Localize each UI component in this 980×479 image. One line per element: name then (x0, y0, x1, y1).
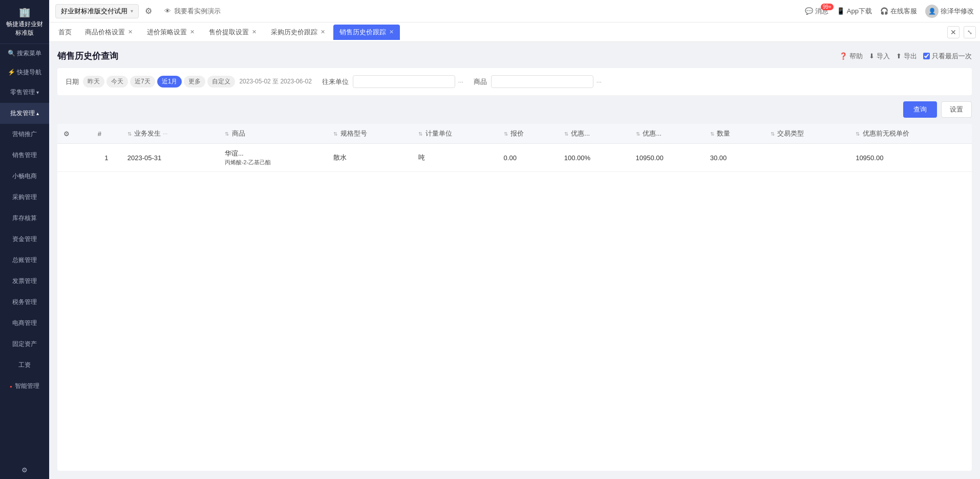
sidebar-item-ecommerce[interactable]: 电商管理 (0, 313, 49, 334)
sidebar-item-smart[interactable]: ● 智能管理 (0, 376, 49, 397)
col-discount-pct[interactable]: ⇅ 优惠... (558, 124, 630, 144)
sidebar-item-retail[interactable]: 零售管理 ▾ (0, 82, 49, 103)
sidebar-item-wholesale-label: 批发管理 (10, 110, 35, 117)
col-quantity-label: 数量 (717, 129, 730, 137)
partner-more-btn[interactable]: ··· (458, 78, 463, 85)
col-pretax-price-label: 优惠前无税单价 (863, 129, 909, 137)
product-more-btn[interactable]: ··· (596, 78, 602, 85)
tab-sell-extract[interactable]: 售价提取设置 ✕ (203, 25, 263, 40)
partner-filter-label: 往来单位 (322, 77, 349, 86)
sort-icon-unit: ⇅ (418, 131, 422, 137)
sidebar-item-retail-label: 零售管理 (10, 89, 35, 96)
date-btn-today[interactable]: 今天 (106, 76, 128, 88)
query-btn[interactable]: 查询 (903, 101, 937, 118)
product-selector[interactable]: 好业财标准版交付试用 ▾ (55, 4, 139, 18)
sidebar-quicknav[interactable]: ⚡ 快捷导航 (0, 63, 49, 82)
sidebar-item-wholesale[interactable]: 批发管理 ▴ (0, 103, 49, 124)
last-only-checkbox[interactable] (923, 53, 930, 59)
app-download-label: App下载 (847, 7, 872, 16)
tab-sales-history[interactable]: 销售历史价跟踪 ✕ (333, 25, 400, 40)
app-download-btn[interactable]: 📱 App下载 (837, 7, 872, 16)
col-price[interactable]: ⇅ 报价 (498, 124, 558, 144)
demo-btn[interactable]: 👁 我要看实例演示 (164, 7, 221, 16)
sidebar-item-purchase[interactable]: 采购管理 (0, 187, 49, 208)
window-maximize-btn[interactable]: ⤡ (964, 26, 976, 38)
logo-text-line1: 畅捷通好业财 (4, 20, 45, 29)
sidebar-item-invoice[interactable]: 发票管理 (0, 271, 49, 292)
sidebar-quicknav-label: 快捷导航 (17, 69, 41, 76)
tab-price[interactable]: 商品价格设置 ✕ (79, 25, 139, 40)
sidebar-item-finance[interactable]: 资金管理 (0, 229, 49, 250)
search-icon: 🔍 (8, 50, 15, 57)
cell-quantity: 30.00 (704, 144, 764, 172)
logo-icon: 🏢 (4, 6, 45, 19)
export-btn[interactable]: ⬆ 导出 (896, 52, 917, 61)
col-unit-label: 计量单位 (425, 129, 452, 137)
tab-sales-history-close[interactable]: ✕ (389, 29, 394, 35)
sidebar-bottom-settings[interactable]: ⚙ (0, 461, 49, 479)
topbar-settings-icon[interactable]: ⚙ (145, 6, 152, 16)
partner-input[interactable] (353, 75, 455, 88)
date-filter-group: 日期 昨天 今天 近7天 近1月 更多 自定义 2023-05-02 至 202… (66, 76, 312, 88)
date-buttons: 昨天 今天 近7天 近1月 更多 自定义 (83, 76, 235, 88)
date-btn-last1month[interactable]: 近1月 (157, 76, 182, 88)
col-discount-amt-label: 优惠... (643, 129, 662, 137)
col-discount-pct-label: 优惠... (571, 129, 590, 137)
sidebar-item-tax[interactable]: 税务管理 (0, 292, 49, 313)
user-profile-btn[interactable]: 👤 徐泽华修改 (925, 5, 974, 18)
settings-btn[interactable]: 设置 (941, 101, 972, 118)
sidebar-item-ledger[interactable]: 总账管理 (0, 250, 49, 271)
col-spec-label: 规格型号 (340, 129, 367, 137)
col-discount-amt[interactable]: ⇅ 优惠... (630, 124, 704, 144)
sidebar-item-marketing[interactable]: 营销推广 (0, 124, 49, 145)
col-settings[interactable]: ⚙ (57, 124, 92, 144)
tab-purchase-strategy-close[interactable]: ✕ (190, 29, 195, 35)
cell-product: 华谊...丙烯酸-2-乙基己酯 (219, 144, 327, 172)
col-transaction-type[interactable]: ⇅ 交易类型 (764, 124, 849, 144)
tab-purchase-history[interactable]: 采购历史价跟踪 ✕ (265, 25, 331, 40)
tab-sell-extract-close[interactable]: ✕ (252, 29, 257, 35)
sidebar-item-inventory[interactable]: 库存核算 (0, 208, 49, 229)
sidebar-search[interactable]: 🔍 搜索菜单 (0, 44, 49, 63)
col-spec[interactable]: ⇅ 规格型号 (327, 124, 412, 144)
tab-purchase-strategy-label: 进价策略设置 (147, 28, 187, 37)
window-close-btn[interactable]: ✕ (947, 26, 960, 38)
sort-icon-transaction: ⇅ (771, 131, 775, 137)
sort-icon-discount-pct: ⇅ (564, 131, 568, 137)
date-btn-last7[interactable]: 近7天 (130, 76, 155, 88)
cell-unit: 吨 (412, 144, 497, 172)
sidebar-item-fixed-assets[interactable]: 固定资产 (0, 334, 49, 355)
tab-price-close[interactable]: ✕ (128, 29, 133, 35)
tabbar-actions: ✕ ⤡ (947, 26, 976, 38)
messages-btn[interactable]: 💬 消息 99+ (805, 7, 828, 16)
col-transaction-type-label: 交易类型 (777, 129, 804, 137)
tab-purchase-strategy[interactable]: 进价策略设置 ✕ (141, 25, 201, 40)
col-quantity[interactable]: ⇅ 数量 (704, 124, 764, 144)
date-btn-yesterday[interactable]: 昨天 (83, 76, 104, 88)
col-pretax-price[interactable]: ⇅ 优惠前无税单价 (849, 124, 972, 144)
cell-price: 0.00 (498, 144, 558, 172)
date-btn-custom[interactable]: 自定义 (207, 76, 235, 88)
help-btn[interactable]: ❓ 帮助 (839, 52, 863, 61)
date-btn-more[interactable]: 更多 (184, 76, 205, 88)
col-business-date[interactable]: ⇅ 业务发生 ··· (121, 124, 219, 144)
import-btn[interactable]: ⬇ 导入 (869, 52, 890, 61)
col-business-date-label: 业务发生 (134, 129, 161, 137)
sidebar-item-sales[interactable]: 销售管理 (0, 145, 49, 166)
sidebar-item-salary[interactable]: 工资 (0, 355, 49, 376)
col-unit[interactable]: ⇅ 计量单位 (412, 124, 497, 144)
sidebar-item-ecommerce-small[interactable]: 小畅电商 (0, 166, 49, 187)
last-only-checkbox-label[interactable]: 只看最后一次 (923, 52, 972, 61)
demo-icon: 👁 (164, 7, 171, 15)
col-product[interactable]: ⇅ 商品 (219, 124, 327, 144)
col-num: # (92, 124, 121, 144)
online-service-btn[interactable]: 🎧 在线客服 (880, 7, 917, 16)
col-more-icon[interactable]: ··· (163, 130, 167, 137)
sidebar-item-smart-label: 智能管理 (15, 382, 39, 389)
help-icon: ❓ (839, 52, 847, 60)
tab-purchase-history-close[interactable]: ✕ (321, 29, 325, 35)
topbar-right: 💬 消息 99+ 📱 App下载 🎧 在线客服 👤 徐泽华修改 (805, 5, 974, 18)
tab-home[interactable]: 首页 (53, 25, 77, 40)
filter-bar: 日期 昨天 今天 近7天 近1月 更多 自定义 2023-05-02 至 202… (57, 68, 972, 95)
product-input[interactable] (491, 75, 593, 88)
